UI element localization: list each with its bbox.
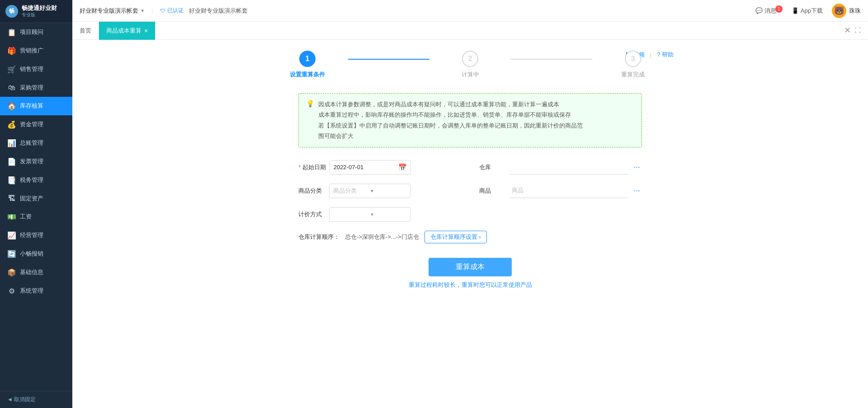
sidebar-item-purchase[interactable]: 🛍 采购管理 [0, 79, 72, 97]
sidebar-item-label: 经营管理 [20, 231, 43, 239]
user-profile[interactable]: 🐻 珠珠 [832, 4, 861, 18]
sidebar-item-label: 库存核算 [20, 102, 43, 110]
question-icon: ? [657, 51, 660, 58]
tab-close-icon[interactable]: × [144, 27, 148, 34]
verified-text: 已认证 [167, 7, 184, 14]
account-display-name: 好业财专业版演示帐套 [189, 7, 248, 15]
warehouse-input[interactable] [510, 160, 628, 175]
tax-icon: 📑 [7, 176, 16, 185]
inventory-icon: 🏠 [7, 102, 16, 110]
step3-circle: 3 [625, 51, 641, 67]
invoice-icon: 📄 [7, 157, 16, 166]
app-download-button[interactable]: 📱 App下载 [792, 7, 823, 15]
sidebar-item-label: 发票管理 [20, 157, 43, 166]
warehouse-order-settings-button[interactable]: 仓库计算顺序设置 › [425, 231, 487, 243]
sidebar-item-payroll[interactable]: 💵 工资 [0, 208, 72, 226]
category-label: 商品分类 [298, 187, 326, 195]
start-date-label: 起始日期 [298, 163, 326, 171]
sidebar-item-label: 营销推广 [20, 47, 43, 55]
help-link[interactable]: ? 帮助 [657, 51, 674, 59]
goods-field: 商品 商品 ··· [479, 184, 642, 198]
content-area: 1 设置重算条件 2 计算中 3 重算完成 [72, 40, 868, 408]
sidebar-item-basic[interactable]: 📦 基础信息 [0, 263, 72, 282]
app-name: 畅捷通好业财 [22, 5, 57, 12]
tab-recalc-label: 商品成本重算 [106, 27, 142, 35]
sidebar-item-ledger[interactable]: 📊 总账管理 [0, 134, 72, 152]
warehouse-order-value: 总仓->深圳仓库->...->门店仓 [345, 233, 419, 241]
tabs-bar: 首页 商品成本重算 × ✕ ⛶ [72, 22, 868, 40]
assets-icon: 🏗 [7, 195, 16, 203]
sidebar-item-label: 工资 [20, 213, 32, 221]
unpin-label: ◄ 取消固定 [7, 396, 36, 403]
category-placeholder: 商品分类 [333, 187, 369, 195]
sidebar-logo: 畅 畅捷通好业财 专业版 [0, 0, 72, 23]
recalc-button[interactable]: 重算成本 [429, 258, 512, 276]
account-dropdown-icon[interactable]: ▾ [141, 7, 144, 14]
sidebar-item-label: 小畅报销 [20, 250, 43, 258]
sidebar-item-project[interactable]: 📋 项目顾问 [0, 23, 72, 42]
project-icon: 📋 [7, 28, 16, 37]
category-select[interactable]: 商品分类 ▾ [329, 184, 410, 198]
sidebar-unpin[interactable]: ◄ 取消固定 [0, 391, 72, 408]
goods-label: 商品 [479, 187, 506, 195]
category-chevron-icon: ▾ [371, 188, 406, 194]
warehouse-label: 仓库 [479, 163, 506, 171]
tab-recalc[interactable]: 商品成本重算 × [99, 22, 156, 40]
form-row-1: 起始日期 📅 仓库 ··· [298, 160, 642, 175]
start-date-field: 起始日期 📅 [298, 160, 461, 175]
pricing-select[interactable]: ▾ [329, 207, 410, 222]
close-window-icon[interactable]: ✕ [844, 25, 851, 35]
messages-button[interactable]: 💬 消息 1 [755, 7, 783, 15]
purchase-icon: 🛍 [7, 84, 16, 92]
notice-line4: 围可能会扩大 [318, 131, 583, 141]
sidebar-item-assets[interactable]: 🏗 固定资产 [0, 190, 72, 208]
username-label: 珠珠 [849, 7, 861, 15]
sidebar-item-label: 基础信息 [20, 268, 43, 276]
ledger-icon: 📊 [7, 139, 16, 147]
sidebar: 畅 畅捷通好业财 专业版 📋 项目顾问 🎁 营销推广 🛒 销售管理 🛍 采购管理… [0, 0, 72, 408]
expand-window-icon[interactable]: ⛶ [854, 27, 861, 34]
sidebar-item-label: 系统管理 [20, 287, 43, 295]
sidebar-item-system[interactable]: ⚙ 系统管理 [0, 282, 72, 300]
sidebar-item-marketing[interactable]: 🎁 营销推广 [0, 42, 72, 60]
sidebar-nav: 📋 项目顾问 🎁 营销推广 🛒 销售管理 🛍 采购管理 🏠 库存核算 💰 资金管… [0, 23, 72, 391]
pricing-label: 计价方式 [298, 210, 326, 218]
warehouse-more-btn[interactable]: ··· [632, 162, 642, 172]
form-row-3: 计价方式 ▾ [298, 207, 642, 222]
operation-icon: 📈 [7, 231, 16, 240]
sidebar-item-operation[interactable]: 📈 经营管理 [0, 226, 72, 245]
start-date-value[interactable] [334, 164, 396, 171]
recalc-btn-label: 重算成本 [456, 263, 485, 270]
sidebar-item-label: 资金管理 [20, 120, 43, 128]
notice-line1: 因成本计算参数调整，或是对商品成本有疑问时，可以通过成本重算功能，重新计算一遍成… [318, 99, 583, 109]
notice-line2: 成本重算过程中，影响库存账的操作均不能操作，比如进货单、销货单、库存单据不能审核… [318, 109, 583, 120]
topbar-divider: | [151, 7, 153, 14]
step2-label: 计算中 [462, 71, 479, 79]
steps-container: 1 设置重算条件 2 计算中 3 重算完成 [267, 51, 674, 79]
step-1: 1 设置重算条件 [267, 51, 348, 79]
calendar-icon[interactable]: 📅 [398, 163, 407, 171]
verified-badge: 🛡 已认证 [160, 7, 184, 14]
chat-icon: 💬 [755, 7, 763, 14]
pricing-chevron-icon: ▾ [371, 211, 406, 218]
bulb-icon: 💡 [306, 100, 315, 108]
topbar-right: 💬 消息 1 📱 App下载 🐻 珠珠 [755, 4, 861, 18]
sidebar-item-tax[interactable]: 📑 税务管理 [0, 171, 72, 190]
sidebar-item-invoice[interactable]: 📄 发票管理 [0, 152, 72, 171]
goods-more-btn[interactable]: ··· [632, 186, 642, 195]
sidebar-item-sales[interactable]: 🛒 销售管理 [0, 60, 72, 79]
warehouse-order-btn-label: 仓库计算顺序设置 › [430, 233, 481, 241]
sales-icon: 🛒 [7, 65, 16, 74]
tab-home[interactable]: 首页 [72, 22, 99, 40]
sidebar-logo-text-block: 畅捷通好业财 专业版 [22, 5, 57, 18]
sidebar-item-finance[interactable]: 💰 资金管理 [0, 115, 72, 134]
sidebar-item-inventory[interactable]: 🏠 库存核算 [0, 97, 72, 115]
step2-circle: 2 [462, 51, 478, 67]
goods-input[interactable]: 商品 [510, 184, 628, 198]
system-icon: ⚙ [7, 287, 16, 295]
finance-icon: 💰 [7, 120, 16, 129]
steps: 1 设置重算条件 2 计算中 3 重算完成 [267, 51, 674, 79]
sidebar-item-expense[interactable]: 🔄 小畅报销 [0, 245, 72, 263]
start-date-input[interactable]: 📅 [330, 160, 411, 175]
account-selector[interactable]: 好业财专业版演示帐套 ▾ [80, 7, 144, 15]
